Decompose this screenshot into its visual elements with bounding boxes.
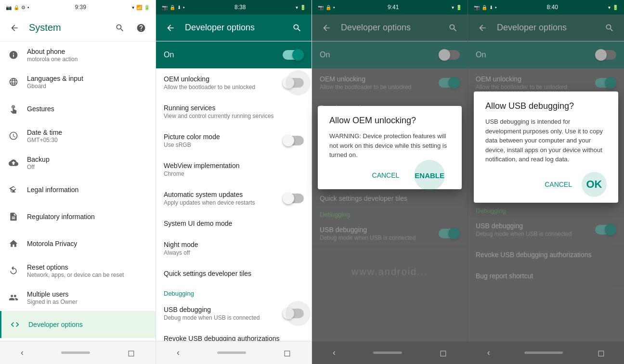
sidebar-item-about-phone[interactable]: About phone motorola one action — [0, 41, 156, 68]
usb-ok-button-4[interactable]: OK — [582, 172, 607, 197]
oem-enable-button-3[interactable]: Enable — [409, 168, 450, 183]
sidebar-item-gestures[interactable]: Gestures — [0, 95, 156, 122]
sidebar-item-legal[interactable]: Legal information — [0, 176, 156, 203]
color-toggle-2[interactable] — [283, 135, 304, 146]
search-button-2[interactable] — [290, 21, 304, 35]
home-indicator-2[interactable] — [217, 351, 246, 354]
autoupdate-label-2: Automatic system updates — [164, 191, 255, 198]
dev-title-4: Developer options — [497, 23, 595, 33]
oem-label-4: OEM unlocking — [476, 75, 567, 83]
settings-usb-2[interactable]: USB debugging Debug mode when USB is con… — [156, 299, 312, 328]
about-phone-icon — [8, 49, 19, 61]
usb-dialog-4: Allow USB debugging? USB debugging is in… — [474, 91, 618, 203]
status-right-4: ▾ 🔋 — [608, 5, 618, 10]
sidebar-item-languages[interactable]: Languages & input Gboard — [0, 68, 156, 95]
sim-icon: 📷 — [6, 5, 12, 10]
wifi-icon-3: ▾ — [452, 5, 454, 10]
oem-thumb-4 — [605, 77, 616, 89]
panel-oem-dialog: 📷 🔒 • 9:41 ▾ 🔋 Developer options On — [312, 0, 468, 364]
dev-on-label-3: On — [320, 51, 439, 59]
sidebar-item-datetime[interactable]: Date & time GMT+05:30 — [0, 122, 156, 149]
back-button-2[interactable] — [164, 21, 177, 35]
help-button-1[interactable] — [134, 21, 148, 35]
sidebar-item-backup[interactable]: Backup Off — [0, 149, 156, 176]
sim-icon-4: 📷 — [474, 5, 480, 10]
bottom-nav-1: ‹ ◻ — [0, 341, 156, 364]
quicktiles-item-3: Quick settings developer tiles — [312, 188, 468, 209]
languages-sub: Gboard — [27, 83, 148, 90]
home-indicator-1[interactable] — [61, 351, 90, 354]
back-nav-1[interactable]: ‹ — [17, 344, 27, 362]
toggle-thumb-4 — [595, 49, 607, 61]
usb-toggle-2[interactable] — [283, 308, 304, 319]
settings-list-2: OEM unlocking Allow the bootloader to be… — [156, 68, 312, 341]
status-time-3: 9:41 — [388, 4, 399, 11]
status-right-icons-1: ▾ 📶 🔋 — [132, 5, 150, 10]
settings-quicktiles-2[interactable]: Quick settings developer tiles — [156, 263, 312, 284]
settings-demo-2[interactable]: System UI demo mode — [156, 213, 312, 234]
status-bar-1: 📷 🔒 ⚙ • 9:39 ▾ 📶 🔋 — [0, 0, 156, 14]
oem-dialog-title-3: Allow OEM unlocking? — [329, 116, 450, 126]
bottom-nav-4: ‹ ◻ — [468, 341, 624, 364]
reset-sub: Network, apps, or device can be reset — [27, 272, 148, 278]
dev-on-toggle-2[interactable] — [283, 49, 304, 61]
backup-text: Backup Off — [27, 156, 148, 170]
toggle-thumb-2 — [292, 49, 304, 61]
status-time-2: 8:38 — [234, 4, 246, 11]
sidebar-item-reset[interactable]: Reset options Network, apps, or device c… — [0, 257, 156, 284]
legal-text: Legal information — [27, 186, 148, 194]
sidebar-item-users[interactable]: Multiple users Signed in as Owner — [0, 284, 156, 311]
battery-icon-3: 🔋 — [456, 5, 462, 10]
settings-oem-2[interactable]: OEM unlocking Allow the bootloader to be… — [156, 68, 312, 97]
status-bar-2: 📷 🔒 ⬇ • 8:38 ▾ 🔋 — [156, 0, 312, 14]
oem-toggle-4 — [595, 77, 616, 89]
recent-nav-2[interactable]: ◻ — [280, 344, 295, 362]
recent-nav-4[interactable]: ◻ — [594, 344, 609, 362]
settings-autoupdate-2[interactable]: Automatic system updates Apply updates w… — [156, 184, 312, 213]
settings-running-2[interactable]: Running services View and control curren… — [156, 97, 312, 126]
quicktiles-label-2: Quick settings developer tiles — [164, 270, 304, 277]
usb-item-4: USB debugging Debug mode when USB is con… — [468, 215, 624, 244]
languages-text: Languages & input Gboard — [27, 75, 148, 90]
back-nav-3[interactable]: ‹ — [329, 344, 339, 362]
languages-label: Languages & input — [27, 75, 148, 82]
dev-title-2: Developer options — [185, 23, 283, 33]
oem-cancel-button-3[interactable]: Cancel — [366, 168, 405, 183]
settings-night-2[interactable]: Night mode Always off — [156, 234, 312, 263]
back-nav-4[interactable]: ‹ — [483, 344, 494, 362]
usb-label-4: USB debugging — [476, 222, 572, 230]
sidebar-item-developer[interactable]: Developer options — [0, 311, 156, 338]
lock-icon: 🔒 — [13, 5, 19, 10]
settings-revoke-2[interactable]: Revoke USB debugging authorizations — [156, 328, 312, 341]
settings-color-2[interactable]: Picture color mode Use sRGB — [156, 126, 312, 155]
autoupdate-thumb-2 — [283, 193, 294, 204]
settings-webview-2[interactable]: WebView implementation Chrome — [156, 155, 312, 184]
home-indicator-4[interactable] — [524, 351, 563, 354]
status-right-2: ▾ 🔋 — [296, 5, 306, 10]
home-indicator-3[interactable] — [373, 351, 402, 354]
back-button-1[interactable] — [8, 21, 21, 35]
datetime-text: Date & time GMT+05:30 — [27, 129, 148, 143]
search-button-1[interactable] — [113, 21, 127, 35]
debugging-section-2: Debugging — [156, 284, 312, 299]
panel-system-settings: 📷 🔒 ⚙ • 9:39 ▾ 📶 🔋 System — [0, 0, 156, 364]
reset-label: Reset options — [27, 263, 148, 271]
reset-text: Reset options Network, apps, or device c… — [27, 263, 148, 278]
oem-item-3: OEM unlocking Allow the bootloader to be… — [312, 68, 468, 97]
sidebar-item-regulatory[interactable]: Regulatory information — [0, 203, 156, 230]
oem-toggle-2[interactable] — [283, 77, 304, 89]
autoupdate-toggle-2[interactable] — [283, 193, 304, 204]
recent-nav-3[interactable]: ◻ — [436, 344, 451, 362]
recent-nav-1[interactable]: ◻ — [124, 344, 139, 362]
oem-dialog-actions-3: Cancel Enable — [329, 168, 450, 183]
lock-icon-4: 🔒 — [481, 5, 487, 10]
oem-dialog-3: Allow OEM unlocking? WARNING: Device pro… — [318, 106, 462, 189]
usb-cancel-button-4[interactable]: Cancel — [539, 172, 578, 197]
dot-icon-4: • — [495, 5, 497, 10]
regulatory-label: Regulatory information — [27, 213, 148, 221]
sidebar-item-privacy[interactable]: Motorola Privacy — [0, 230, 156, 257]
users-text: Multiple users Signed in as Owner — [27, 290, 148, 305]
wifi-icon: ▾ — [132, 5, 134, 10]
back-nav-2[interactable]: ‹ — [173, 344, 183, 362]
datetime-label: Date & time — [27, 129, 148, 136]
